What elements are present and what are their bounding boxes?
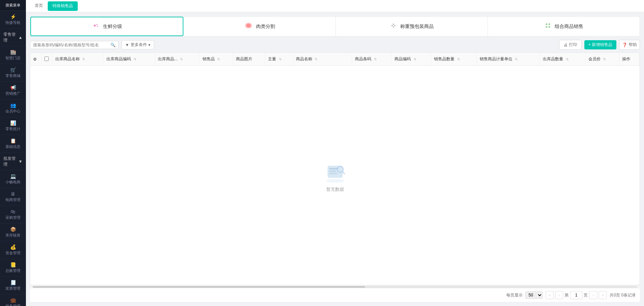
col-checkbox[interactable] (41, 53, 52, 66)
sidebar-item-retail-mall[interactable]: 🛒 零售商城 (0, 64, 26, 82)
col-goods-barcode[interactable]: 商品条码 ⇅ (352, 53, 392, 66)
wholesale-arrow-icon: ▼ (18, 159, 23, 164)
col-sale-unit[interactable]: 销售商品计量单位 ⇅ (477, 53, 540, 66)
sidebar-item-retail-mgmt[interactable]: 零售管理 ▲ (0, 29, 26, 46)
sidebar-item-sales-promo-label: 营销推广 (5, 91, 20, 96)
svg-point-0 (94, 25, 96, 27)
select-all-checkbox[interactable] (44, 57, 49, 61)
new-sale-item-button[interactable]: + 新增销售品 (584, 40, 616, 49)
last-page-button[interactable]: » (599, 291, 607, 299)
sidebar-item-sales-promo[interactable]: 📢 营销推广 (0, 82, 26, 100)
col-goods-name-sort[interactable]: ⇅ (315, 57, 317, 61)
col-sale-item[interactable]: 销售品 ⇅ (199, 53, 233, 66)
col-settings[interactable]: ⚙ (30, 53, 41, 66)
svg-rect-17 (329, 173, 337, 174)
col-sale-item-sort[interactable]: ⇅ (217, 57, 220, 61)
content-area: 生鲜分级 肉类分割 称重预包装商品 (26, 12, 644, 306)
cat-tab-meat-cut[interactable]: 肉类分割 (183, 17, 335, 36)
sidebar-item-basic-info[interactable]: 📋 基础信息 (0, 135, 26, 153)
svg-point-13 (326, 179, 344, 183)
cat-tab-weigh-pack[interactable]: 称重预包装商品 (336, 17, 488, 36)
tax-icon: 💼 (10, 297, 16, 303)
col-weight-sort[interactable]: ⇅ (279, 57, 282, 61)
search-input[interactable] (33, 43, 110, 47)
col-out-spec[interactable]: 出库商品... ⇅ (155, 53, 200, 66)
next-page-button[interactable]: › (589, 291, 597, 299)
table-settings-icon: ⚙ (33, 57, 37, 62)
per-page-select[interactable]: 50 10 20 100 (525, 291, 543, 299)
col-sale-qty-sort[interactable]: ⇅ (457, 57, 460, 61)
scrollbar-track (33, 286, 637, 288)
col-out-code[interactable]: 出库商品编码 ⇅ (104, 53, 155, 66)
col-member-price-sort[interactable]: ⇅ (603, 57, 606, 61)
prev-page-button[interactable]: ‹ (555, 291, 563, 299)
col-out-name-sort[interactable]: ⇅ (82, 57, 85, 61)
tab-home[interactable]: 首页 (30, 0, 48, 12)
sidebar-item-member-center[interactable]: 👥 会员中心 (0, 100, 26, 117)
print-button[interactable]: 🖨 打印 (559, 40, 582, 50)
col-goods-name[interactable]: 商品名称 ⇅ (293, 53, 352, 66)
sidebar-item-invoice[interactable]: 🧾 发票管理 (0, 277, 26, 294)
sidebar-item-ecom-mgmt[interactable]: 🖥 电商管理 (0, 188, 26, 206)
col-goods-barcode-sort[interactable]: ⇅ (374, 57, 377, 61)
sidebar-item-finance[interactable]: 💰 资金管理 (0, 241, 26, 259)
filter-button[interactable]: ▼ 更多条件 ▾ (121, 40, 154, 49)
sidebar-item-tax-label: 税务管理 (5, 304, 20, 306)
sidebar-item-inventory-label: 库存核算 (5, 233, 20, 238)
sidebar-item-retail-mgmt-label: 零售管理 (3, 32, 18, 43)
table-container: ⚙ 出库商品名称 ⇅ 出库商品编码 ⇅ (30, 52, 640, 285)
sidebar-item-wholesale-mgmt[interactable]: 批发管理 ▼ (0, 153, 26, 170)
col-out-name[interactable]: 出库商品名称 ⇅ (52, 53, 104, 66)
help-button[interactable]: ❓ 帮助 (619, 40, 640, 50)
horizontal-scrollbar[interactable] (30, 285, 640, 288)
search-box[interactable]: 🔍 (30, 41, 119, 49)
sidebar-item-mini-ecom-label: 小畅电商 (5, 180, 20, 185)
sidebar-item-inventory[interactable]: 📦 库存核算 (0, 224, 26, 241)
svg-point-9 (546, 24, 548, 25)
col-out-code-sort[interactable]: ⇅ (134, 57, 136, 61)
col-goods-code-sort[interactable]: ⇅ (414, 57, 416, 61)
sidebar-item-tax[interactable]: 💼 税务管理 (0, 294, 26, 306)
col-out-spec-sort[interactable]: ⇅ (180, 57, 183, 61)
pagination: 每页显示 50 10 20 100 « ‹ 第 页 › » 共0页 0条记录 (30, 288, 640, 302)
scrollbar-thumb[interactable] (33, 286, 365, 288)
cat-tab-combo-sale[interactable]: 组合商品销售 (488, 17, 640, 36)
sidebar-item-smart-store[interactable]: 🏬 智慧门店 (0, 46, 26, 64)
col-sale-qty[interactable]: 销售品数量 ⇅ (431, 53, 477, 66)
col-out-qty-sort[interactable]: ⇅ (566, 57, 569, 61)
search-icon: 🔍 (110, 43, 116, 47)
sidebar-item-retail-stats[interactable]: 📊 零售统计 (0, 117, 26, 135)
col-weight[interactable]: 主量 ⇅ (265, 53, 293, 66)
col-member-price[interactable]: 会员价 ⇅ (585, 53, 619, 66)
ecom-mgmt-icon: 🖥 (11, 191, 15, 197)
cat-tab-fresh-grade[interactable]: 生鲜分级 (30, 17, 183, 36)
quick-nav-icon: ⚡ (10, 14, 16, 19)
help-icon: ❓ (622, 43, 627, 47)
svg-point-10 (549, 24, 550, 25)
col-goods-code[interactable]: 商品编码 ⇅ (392, 53, 431, 66)
svg-rect-15 (329, 168, 338, 169)
sidebar-item-quick-nav[interactable]: ⚡ 快捷导航 (0, 11, 26, 29)
col-out-qty[interactable]: 出库品数量 ⇅ (540, 53, 585, 66)
sidebar-item-mini-ecom[interactable]: 💻 小畅电商 (0, 170, 26, 188)
svg-point-6 (393, 24, 394, 25)
tab-special-sales[interactable]: 特殊销售品 (48, 1, 78, 11)
col-out-qty-label: 出库品数量 (543, 57, 563, 61)
new-sale-item-label: + 新增销售品 (588, 42, 612, 48)
svg-rect-16 (329, 170, 336, 172)
retail-stats-icon: 📊 (10, 120, 16, 126)
svg-point-20 (338, 167, 340, 169)
svg-point-12 (549, 26, 550, 28)
first-page-button[interactable]: « (545, 291, 554, 299)
smart-store-icon: 🏬 (10, 49, 16, 55)
sidebar-item-ledger[interactable]: 📒 总账管理 (0, 259, 26, 277)
col-out-code-label: 出库商品编码 (106, 57, 131, 61)
topbar: 首页 特殊销售品 (26, 0, 644, 12)
svg-point-8 (393, 26, 394, 28)
filter-label: 更多条件 (131, 42, 147, 48)
sidebar-item-purchase[interactable]: 🛍 采购管理 (0, 206, 26, 224)
page-input[interactable] (570, 291, 582, 299)
col-operation-label: 操作 (622, 57, 630, 61)
col-sale-unit-sort[interactable]: ⇅ (515, 57, 518, 61)
sidebar-logo: 搜索菜单 (0, 0, 26, 11)
